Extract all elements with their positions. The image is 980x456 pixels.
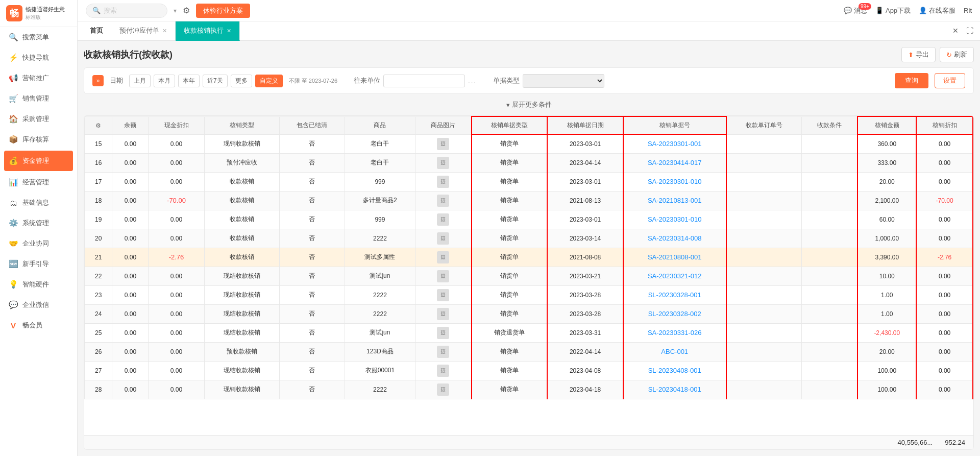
app-download-button[interactable]: 📱 App下载 bbox=[875, 6, 911, 15]
solution-button[interactable]: 休验行业方案 bbox=[196, 4, 250, 18]
sidebar-item-inventory[interactable]: 📦 库存核算 bbox=[0, 129, 77, 150]
table-footer: 40,556,66... 952.24 bbox=[84, 435, 973, 449]
sidebar-item-wechat[interactable]: 💬 企业微信 bbox=[0, 295, 77, 315]
last-month-button[interactable]: 上月 bbox=[129, 75, 151, 87]
cell-write-off-discount: 0.00 bbox=[916, 229, 973, 248]
sidebar-item-member[interactable]: V 畅会员 bbox=[0, 315, 77, 335]
cell-no: 20 bbox=[85, 229, 112, 248]
expand-more-button[interactable]: ▾ 展开更多条件 bbox=[502, 99, 556, 110]
sidebar-item-marketing[interactable]: 📢 营销推广 bbox=[0, 68, 77, 88]
cell-product-img: 🖼 bbox=[415, 248, 472, 267]
cell-settled: 否 bbox=[279, 285, 345, 304]
message-button[interactable]: 💬 消息 99+ bbox=[844, 6, 867, 15]
cell-voucher-no[interactable]: ABC-001 bbox=[623, 342, 726, 361]
last7days-button[interactable]: 近7天 bbox=[203, 75, 228, 87]
sidebar-item-corp[interactable]: 🤝 企业协同 bbox=[0, 233, 77, 254]
cell-product: 2222 bbox=[345, 380, 415, 399]
cell-voucher-no[interactable]: SA-20230314-008 bbox=[623, 229, 726, 248]
th-settled: 包含已结清 bbox=[279, 116, 345, 134]
cell-receipt-cond bbox=[801, 248, 857, 267]
refresh-button[interactable]: ↻ 刷新 bbox=[940, 47, 974, 62]
close-window-icon[interactable]: ✕ bbox=[949, 25, 962, 37]
sidebar-item-guide[interactable]: 🆕 新手引导 bbox=[0, 254, 77, 274]
cell-product-img: 🖼 bbox=[415, 361, 472, 380]
table-row: 24 0.00 0.00 现结收款核销 否 2222 🖼 销货单 2023-03… bbox=[85, 304, 973, 323]
voucher-type-select[interactable] bbox=[523, 74, 604, 88]
close-tab-receipt-icon[interactable]: ✕ bbox=[227, 28, 231, 34]
cell-voucher-no[interactable]: SA-20230301-010 bbox=[623, 210, 726, 229]
date-filter-label: 日期 bbox=[110, 76, 123, 85]
cell-amount: 100.00 bbox=[857, 361, 916, 380]
cell-voucher-no[interactable]: SA-20230414-017 bbox=[623, 153, 726, 172]
cell-receipt-cond bbox=[801, 285, 857, 304]
sidebar-item-purchase[interactable]: 🏠 采购管理 bbox=[0, 109, 77, 129]
tab-receipt-label: 收款核销执行 bbox=[184, 26, 224, 35]
cell-receipt-no bbox=[726, 191, 802, 210]
cell-amount: 60.00 bbox=[857, 210, 916, 229]
tabbar-controls: ✕ ⛶ bbox=[949, 25, 980, 37]
sidebar-item-hardware[interactable]: 💡 智能硬件 bbox=[0, 274, 77, 295]
cell-voucher-no[interactable]: SA-20230321-012 bbox=[623, 267, 726, 285]
maximize-window-icon[interactable]: ⛶ bbox=[964, 25, 976, 37]
user-label[interactable]: Rit bbox=[964, 7, 972, 14]
this-year-button[interactable]: 本年 bbox=[178, 75, 200, 87]
close-tab-prepay-icon[interactable]: ✕ bbox=[162, 28, 167, 34]
cell-product: 123D商品 bbox=[345, 342, 415, 361]
table-row: 20 0.00 0.00 收款核销 否 2222 🖼 销货单 2023-03-1… bbox=[85, 229, 973, 248]
th-receipt-cond: 收款条件 bbox=[801, 116, 857, 134]
cell-voucher-date: 2023-03-01 bbox=[547, 134, 623, 153]
search-icon: 🔍 bbox=[8, 32, 18, 42]
table-scroll[interactable]: ⚙ 余额 现金折扣 核销类型 包含已结清 商品 商品图片 核销单据类型 核销单据… bbox=[84, 116, 973, 435]
sidebar-item-finance[interactable]: 💰 资金管理 bbox=[4, 151, 73, 171]
cell-voucher-no[interactable]: SA-20230301-010 bbox=[623, 172, 726, 191]
cell-voucher-no[interactable]: SA-20210813-001 bbox=[623, 191, 726, 210]
custom-date-button[interactable]: 自定义 bbox=[255, 75, 283, 87]
cell-product: 多计量商品2 bbox=[345, 191, 415, 210]
th-receipt-no: 收款单订单号 bbox=[726, 116, 802, 134]
sidebar-item-sales[interactable]: 🛒 销售管理 bbox=[0, 88, 77, 109]
cell-write-off-discount: 0.00 bbox=[916, 361, 973, 380]
sidebar-item-search[interactable]: 🔍 搜索菜单 bbox=[0, 27, 77, 47]
cell-settled: 否 bbox=[279, 361, 345, 380]
settings-icon[interactable]: ⚙ bbox=[183, 6, 190, 15]
cell-voucher-no[interactable]: SL-20230328-002 bbox=[623, 304, 726, 323]
th-settings[interactable]: ⚙ bbox=[85, 116, 112, 134]
date-filters: 上月 本月 本年 近7天 更多 自定义 bbox=[129, 75, 283, 87]
this-month-button[interactable]: 本月 bbox=[154, 75, 175, 87]
cell-voucher-no[interactable]: SL-20230408-001 bbox=[623, 361, 726, 380]
filter-expand-button[interactable]: » bbox=[92, 75, 104, 86]
filter-setting-button[interactable]: 设置 bbox=[935, 73, 965, 88]
cell-discount: 0.00 bbox=[149, 229, 204, 248]
dropdown-arrow[interactable]: ▾ bbox=[174, 7, 177, 14]
table-row: 17 0.00 0.00 收款核销 否 999 🖼 销货单 2023-03-01… bbox=[85, 172, 973, 191]
cell-settled: 否 bbox=[279, 153, 345, 172]
tab-receipt[interactable]: 收款核销执行 ✕ bbox=[176, 21, 240, 41]
cell-voucher-no[interactable]: SL-20230418-001 bbox=[623, 380, 726, 399]
cell-voucher-type: 销货单 bbox=[472, 191, 548, 210]
sidebar-item-quick[interactable]: ⚡ 快捷导航 bbox=[0, 47, 77, 68]
cell-no: 25 bbox=[85, 323, 112, 342]
cell-voucher-no[interactable]: SL-20230328-001 bbox=[623, 285, 726, 304]
tab-prepay[interactable]: 预付冲应付单 ✕ bbox=[111, 21, 176, 40]
cell-settled: 否 bbox=[279, 229, 345, 248]
more-date-button[interactable]: 更多 bbox=[231, 75, 252, 87]
cell-receipt-cond bbox=[801, 172, 857, 191]
online-service-button[interactable]: 👤 在线客服 bbox=[919, 6, 955, 15]
search-box[interactable]: 🔍 搜索 bbox=[86, 4, 167, 18]
tab-home[interactable]: 首页 bbox=[82, 21, 111, 40]
cell-voucher-no[interactable]: SA-20230331-026 bbox=[623, 323, 726, 342]
export-button[interactable]: ⬆ 导出 bbox=[901, 47, 936, 62]
data-table-wrapper: ⚙ 余额 现金折扣 核销类型 包含已结清 商品 商品图片 核销单据类型 核销单据… bbox=[84, 115, 974, 450]
sidebar: 畅 畅捷通谱好生意 标准版 🔍 搜索菜单 ⚡ 快捷导航 📢 营销推广 🛒 销售管… bbox=[0, 0, 78, 456]
sidebar-item-system[interactable]: ⚙️ 系统管理 bbox=[0, 213, 77, 233]
cell-balance: 0.00 bbox=[112, 342, 149, 361]
sidebar-item-basic[interactable]: 🗂 基础信息 bbox=[0, 193, 77, 213]
th-type: 核销类型 bbox=[204, 116, 279, 134]
cell-amount: 360.00 bbox=[857, 134, 916, 153]
cell-voucher-no[interactable]: SA-20230301-001 bbox=[623, 134, 726, 153]
sidebar-item-business[interactable]: 📊 经营管理 bbox=[0, 172, 77, 193]
tabbar: 首页 预付冲应付单 ✕ 收款核销执行 ✕ ✕ ⛶ bbox=[78, 21, 980, 41]
partner-input[interactable] bbox=[383, 75, 465, 87]
query-button[interactable]: 查询 bbox=[895, 73, 928, 88]
cell-voucher-no[interactable]: SA-20210808-001 bbox=[623, 248, 726, 267]
